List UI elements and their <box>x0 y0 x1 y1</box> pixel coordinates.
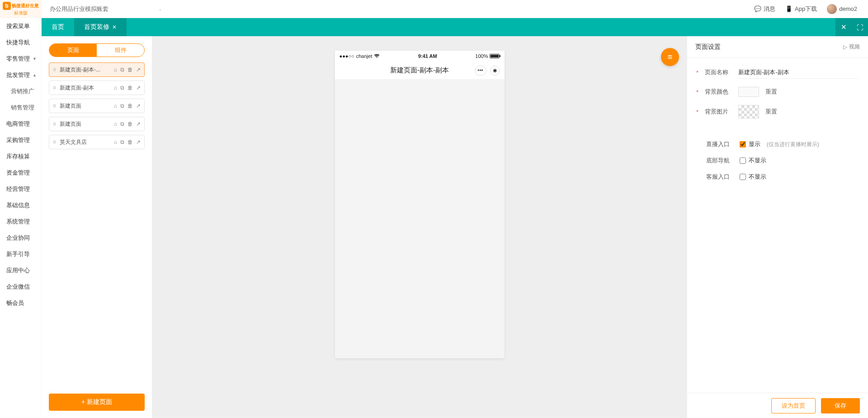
caret-up-icon: ▲ <box>33 73 37 77</box>
sidebar-system[interactable]: 系统管理 <box>0 214 41 230</box>
logo: b 畅捷通好生意 标准版 <box>0 0 42 18</box>
copy-icon[interactable]: ⧉ <box>120 66 124 73</box>
nav-hide-checkbox[interactable]: 不显示 <box>740 157 766 165</box>
sidebar-retail[interactable]: 零售管理▼ <box>0 51 41 67</box>
drag-icon[interactable]: ≡ <box>53 85 56 91</box>
nav-label: 底部导航 <box>706 157 733 165</box>
sidebar-marketing[interactable]: 营销推广 <box>0 83 41 100</box>
new-page-button[interactable]: + 新建页面 <box>49 394 145 411</box>
home-icon[interactable]: ⌂ <box>114 121 117 127</box>
home-icon[interactable]: ⌂ <box>114 85 117 91</box>
more-icon[interactable]: ••• <box>475 66 486 76</box>
settings-panel: 页面设置 ▷ 视频 * 页面名称 * 背景颜色 <box>687 36 868 418</box>
service-entry-field: 客服入口 不显示 <box>696 173 859 181</box>
checkbox-input[interactable] <box>740 141 746 147</box>
page-item-0[interactable]: ≡ 新建页面-副本-... ⌂⧉🗑↗ <box>49 62 145 77</box>
delete-icon[interactable]: 🗑 <box>127 103 133 109</box>
avatar-icon <box>827 4 837 14</box>
app-download-button[interactable]: 📱 App下载 <box>785 5 817 13</box>
layers-fab[interactable]: ≡ <box>661 48 679 66</box>
page-item-2[interactable]: ≡ 新建页面 ⌂⧉🗑↗ <box>49 99 145 113</box>
image-swatch[interactable] <box>738 105 759 119</box>
sidebar-member[interactable]: 畅会员 <box>0 295 41 311</box>
page-item-label: 新建页面 <box>60 120 110 128</box>
color-swatch[interactable] <box>738 87 759 97</box>
sidebar-search[interactable]: 搜索菜单 <box>0 18 41 34</box>
tab-close-all[interactable]: ✕ <box>835 18 852 36</box>
page-name-input[interactable] <box>738 66 859 79</box>
service-hide-checkbox[interactable]: 不显示 <box>740 173 766 181</box>
page-panel: 页面 组件 ≡ 新建页面-副本-... ⌂⧉🗑↗ ≡ 新建页面-副本 ⌂⧉🗑↗ <box>42 36 152 418</box>
sidebar-basic[interactable]: 基础信息 <box>0 197 41 214</box>
checkbox-input[interactable] <box>740 174 746 180</box>
video-help-button[interactable]: ▷ 视频 <box>843 43 860 51</box>
sidebar-wechat[interactable]: 企业微信 <box>0 279 41 295</box>
sidebar-quicknav[interactable]: 快捷导航 <box>0 34 41 51</box>
delete-icon[interactable]: 🗑 <box>127 121 133 127</box>
reset-color-button[interactable]: 重置 <box>765 88 777 96</box>
sidebar-inventory[interactable]: 库存核算 <box>0 148 41 165</box>
page-item-3[interactable]: ≡ 新建页面 ⌂⧉🗑↗ <box>49 117 145 131</box>
live-show-label: 显示 <box>749 140 760 148</box>
share-icon[interactable]: ↗ <box>136 139 141 145</box>
toggle-component[interactable]: 组件 <box>97 44 144 57</box>
sidebar-guide[interactable]: 新手引导 <box>0 246 41 262</box>
share-icon[interactable]: ↗ <box>136 121 141 127</box>
share-icon[interactable]: ↗ <box>136 85 141 91</box>
delete-icon[interactable]: 🗑 <box>127 85 133 91</box>
sidebar-appcenter[interactable]: 应用中心 <box>0 262 41 279</box>
home-icon[interactable]: ⌂ <box>114 139 117 145</box>
top-bar: b 畅捷通好生意 标准版 办公用品行业模拟账套 ⌄ 💬 消息 📱 App下载 d… <box>0 0 868 18</box>
copy-icon[interactable]: ⧉ <box>120 85 124 91</box>
signal-icon: ●●●○○ <box>340 53 354 59</box>
page-item-1[interactable]: ≡ 新建页面-副本 ⌂⧉🗑↗ <box>49 81 145 95</box>
delete-icon[interactable]: 🗑 <box>127 66 133 73</box>
home-icon[interactable]: ⌂ <box>114 66 117 73</box>
drag-icon[interactable]: ≡ <box>53 121 56 127</box>
account-selector[interactable]: 办公用品行业模拟账套 ⌄ <box>50 5 162 13</box>
copy-icon[interactable]: ⧉ <box>120 121 124 127</box>
delete-icon[interactable]: 🗑 <box>127 139 133 145</box>
settings-title: 页面设置 <box>695 43 721 51</box>
phone-time: 9:41 AM <box>418 53 437 59</box>
tab-fullscreen[interactable]: ⛶ <box>852 18 868 36</box>
share-icon[interactable]: ↗ <box>136 66 141 73</box>
sidebar-enterprise[interactable]: 企业协同 <box>0 230 41 246</box>
copy-icon[interactable]: ⧉ <box>120 103 124 109</box>
share-icon[interactable]: ↗ <box>136 103 141 109</box>
phone-preview: ●●●○○ chanjet 9:41 AM 100% <box>335 51 505 358</box>
account-name: 办公用品行业模拟账套 <box>50 5 108 13</box>
message-button[interactable]: 💬 消息 <box>754 5 775 13</box>
sidebar-purchase[interactable]: 采购管理 <box>0 132 41 148</box>
page-item-label: 昊天文具店 <box>60 138 110 146</box>
close-icon[interactable]: ✕ <box>112 24 117 30</box>
live-show-checkbox[interactable]: 显示 <box>740 140 760 148</box>
tab-decor[interactable]: 首页装修 ✕ <box>74 18 127 36</box>
phone-body[interactable] <box>335 80 505 358</box>
logo-sub: 标准版 <box>14 10 28 16</box>
drag-icon[interactable]: ≡ <box>53 103 56 109</box>
page-item-4[interactable]: ≡ 昊天文具店 ⌂⧉🗑↗ <box>49 135 145 149</box>
checkbox-input[interactable] <box>740 157 746 164</box>
panel-toggle: 页面 组件 <box>49 43 145 57</box>
sidebar-operation[interactable]: 经营管理 <box>0 181 41 197</box>
battery-label: 100% <box>475 53 488 59</box>
drag-icon[interactable]: ≡ <box>53 66 56 73</box>
sidebar-wholesale[interactable]: 批发管理▲ <box>0 67 41 83</box>
sidebar-sales[interactable]: 销售管理 <box>0 100 41 116</box>
user-menu[interactable]: demo2 <box>827 4 857 14</box>
set-home-button[interactable]: 设为首页 <box>771 398 816 413</box>
copy-icon[interactable]: ⧉ <box>120 139 124 145</box>
toggle-page[interactable]: 页面 <box>49 44 97 57</box>
sidebar-ecommerce[interactable]: 电商管理 <box>0 116 41 132</box>
tab-home[interactable]: 首页 <box>42 18 74 36</box>
required-icon: * <box>696 69 698 76</box>
required-icon: * <box>696 89 698 95</box>
reset-image-button[interactable]: 重置 <box>765 108 777 116</box>
save-button[interactable]: 保存 <box>821 398 860 413</box>
drag-icon[interactable]: ≡ <box>53 139 56 145</box>
sidebar-finance[interactable]: 资金管理 <box>0 165 41 181</box>
service-hide-label: 不显示 <box>749 173 766 181</box>
home-icon[interactable]: ⌂ <box>114 103 117 109</box>
target-icon[interactable]: ◉ <box>490 66 500 76</box>
